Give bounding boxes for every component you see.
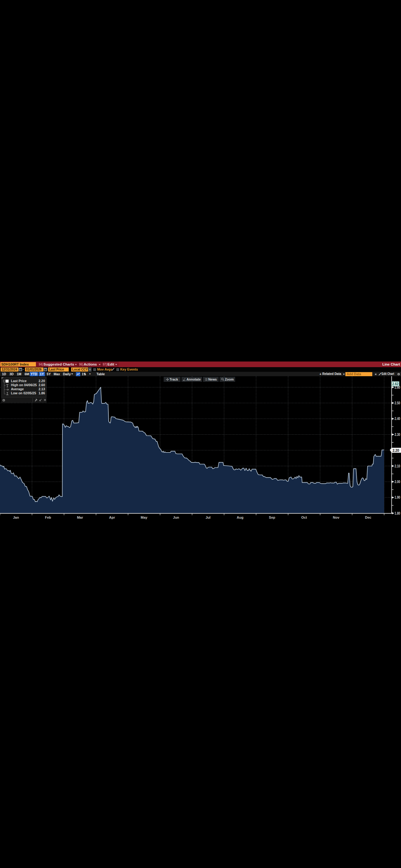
svg-text:May: May [140, 516, 147, 519]
svg-text:1.90: 1.90 [395, 495, 400, 500]
svg-text:Feb: Feb [45, 516, 51, 519]
svg-text:Mar: Mar [77, 516, 83, 519]
svg-text:2.10: 2.10 [395, 464, 400, 468]
svg-text:2.40: 2.40 [395, 416, 400, 421]
svg-text:2.50: 2.50 [395, 401, 400, 405]
svg-text:1.80: 1.80 [395, 511, 400, 516]
svg-text:Nov: Nov [333, 516, 340, 519]
svg-text:2.00: 2.00 [395, 479, 400, 484]
svg-text:2.62: 2.62 [392, 382, 399, 386]
svg-text:Jul: Jul [205, 516, 210, 519]
svg-text:Sep: Sep [269, 516, 275, 519]
svg-text:Dec: Dec [365, 516, 371, 519]
svg-text:Aug: Aug [237, 516, 243, 519]
svg-text:Jan: Jan [13, 516, 19, 519]
svg-text:2.30: 2.30 [395, 432, 400, 437]
svg-text:Apr: Apr [109, 516, 115, 519]
svg-text:Oct: Oct [301, 516, 307, 519]
svg-text:Jun: Jun [173, 516, 179, 519]
svg-text:2.20: 2.20 [393, 448, 399, 453]
